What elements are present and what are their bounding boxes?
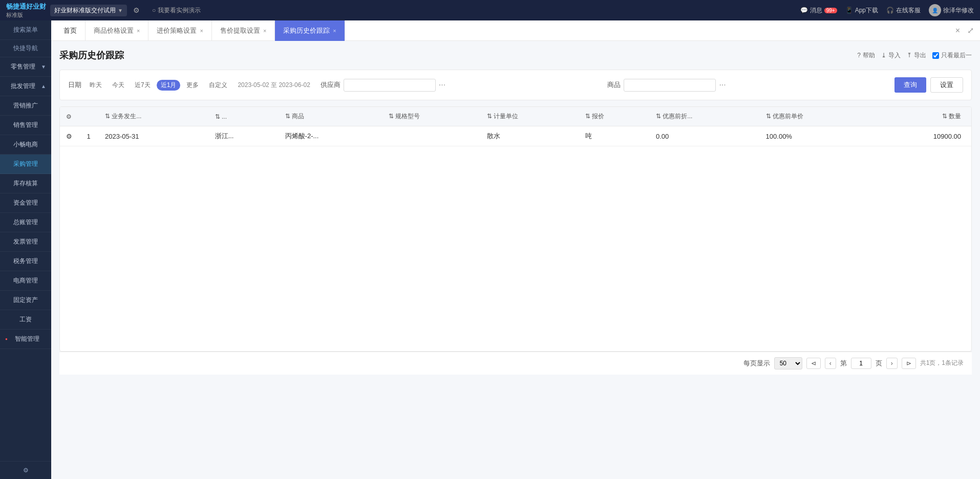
table-body: ⚙ 1 2023-05-31 浙江... 丙烯酸-2-... 散水 吨 0.00… <box>60 126 971 351</box>
online-service-action[interactable]: 🎧 在线客服 <box>886 6 921 15</box>
date-filter-group: 日期 昨天 今天 近7天 近1月 更多 自定义 2023-05-02 至 202… <box>68 80 310 91</box>
sidebar-item-finance[interactable]: 资金管理 <box>0 193 51 213</box>
date-more[interactable]: 更多 <box>182 80 203 91</box>
tab-price-close[interactable]: × <box>137 28 140 34</box>
sort-icon: ⇅ <box>766 113 771 120</box>
settings-btn[interactable]: 设置 <box>930 77 963 93</box>
online-service-label: 在线客服 <box>896 6 921 15</box>
user-profile[interactable]: 👤 徐泽华修改 <box>929 4 974 16</box>
tab-sale-price-close[interactable]: × <box>263 28 266 34</box>
prev-page-btn[interactable]: ‹ <box>825 358 836 369</box>
sidebar-item-inventory[interactable]: 库存核算 <box>0 174 51 193</box>
sidebar-item-ledger[interactable]: 总账管理 <box>0 213 51 232</box>
col-price[interactable]: ⇅ 报价 <box>579 107 650 126</box>
help-btn[interactable]: ? 帮助 <box>857 51 875 60</box>
product-selector[interactable]: 好业财标准版交付试用 ▼ <box>50 5 127 16</box>
only-last-toggle[interactable]: 只看最后一 <box>932 51 972 60</box>
chevron-icon: ▼ <box>41 64 46 70</box>
date-last1m[interactable]: 近1月 <box>157 80 181 91</box>
col-original-price[interactable]: ⇅ 优惠前单价 <box>760 107 872 126</box>
data-table: ⚙ ⇅ 业务发生... ⇅ ... ⇅ <box>60 107 971 351</box>
export-btn[interactable]: ⤒ 导出 <box>907 51 926 60</box>
sidebar-item-payroll[interactable]: 工资 <box>0 310 51 330</box>
sidebar-item-purchase[interactable]: 采购管理 <box>0 155 51 174</box>
export-label: 导出 <box>914 51 926 60</box>
col-gear[interactable]: ⚙ <box>60 107 78 126</box>
row-gear[interactable]: ⚙ <box>60 126 78 146</box>
sidebar-settings-btn[interactable]: ⚙ <box>0 461 51 479</box>
page-suffix: 页 <box>876 359 882 368</box>
sidebar-quick-nav[interactable]: 快捷导航 <box>0 40 51 57</box>
tab-home[interactable]: 首页 <box>55 20 86 41</box>
import-btn[interactable]: ⤓ 导入 <box>881 51 901 60</box>
date-options: 昨天 今天 近7天 近1月 更多 自定义 <box>86 80 231 91</box>
app-download-action[interactable]: 📱 App下载 <box>845 6 878 15</box>
selector-label: 好业财标准版交付试用 <box>54 6 116 15</box>
sidebar-item-marketing[interactable]: 营销推广 <box>0 96 51 116</box>
tab-purchase-strategy-close[interactable]: × <box>200 28 203 34</box>
chevron-down-icon: ▼ <box>118 8 123 13</box>
date-yesterday[interactable]: 昨天 <box>86 80 106 91</box>
col-unit[interactable]: ⇅ 计量单位 <box>481 107 579 126</box>
date-last7[interactable]: 近7天 <box>131 80 155 91</box>
demo-link[interactable]: 我要看实例演示 <box>152 6 201 15</box>
col-date[interactable]: ⇅ 业务发生... <box>99 107 209 126</box>
sort-icon: ⇅ <box>656 113 661 120</box>
only-last-label: 只看最后一 <box>941 51 972 60</box>
tab-price[interactable]: 商品价格设置 × <box>86 20 148 41</box>
sidebar-item-smart[interactable]: ● 智能管理 <box>0 330 51 349</box>
table-row: ⚙ 1 2023-05-31 浙江... 丙烯酸-2-... 散水 吨 0.00… <box>60 126 971 146</box>
content-area: 首页 商品价格设置 × 进价策略设置 × 售价提取设置 × 采购历史价跟踪 × … <box>51 20 980 479</box>
date-range-display: 2023-05-02 至 2023-06-02 <box>238 81 310 90</box>
next-page-btn[interactable]: › <box>886 358 898 369</box>
col-quantity[interactable]: ⇅ 数量 <box>872 107 971 126</box>
last-page-btn[interactable]: ⊳ <box>902 358 916 369</box>
col-extra[interactable]: ⇅ ... <box>209 107 279 126</box>
date-custom[interactable]: 自定义 <box>205 80 231 91</box>
headset-icon: 🎧 <box>886 7 894 14</box>
row-prediscount: 10900.00 <box>872 126 971 146</box>
sidebar-item-ecommerce-small[interactable]: 小畅电商 <box>0 135 51 155</box>
sidebar-item-fixed-assets[interactable]: 固定资产 <box>0 291 51 310</box>
filter-row: 日期 昨天 今天 近7天 近1月 更多 自定义 2023-05-02 至 202… <box>68 77 963 93</box>
product-input[interactable] <box>624 79 716 92</box>
sidebar-item-ecommerce[interactable]: 电商管理 <box>0 271 51 291</box>
sidebar-item-retail[interactable]: 零售管理 ▼ <box>0 57 51 77</box>
page-title: 采购历史价跟踪 <box>59 49 124 61</box>
filter-area: 日期 昨天 今天 近7天 近1月 更多 自定义 2023-05-02 至 202… <box>59 70 972 100</box>
row-discount: 0.00 <box>650 126 760 146</box>
query-btn[interactable]: 查询 <box>894 77 926 93</box>
message-label: 消息 <box>810 6 822 15</box>
date-today[interactable]: 今天 <box>108 80 129 91</box>
message-action[interactable]: 💬 消息 99+ <box>800 6 837 15</box>
col-product[interactable]: ⇅ 商品 <box>279 107 382 126</box>
sidebar-item-tax[interactable]: 税务管理 <box>0 252 51 271</box>
sidebar-item-sales[interactable]: 销售管理 <box>0 116 51 135</box>
first-page-btn[interactable]: ⊲ <box>806 358 821 369</box>
col-discount[interactable]: ⇅ 优惠前折... <box>650 107 760 126</box>
product-dots-btn[interactable]: ··· <box>719 80 726 90</box>
per-page-select[interactable]: 50 10 20 100 <box>774 357 802 369</box>
tab-history-price-close[interactable]: × <box>333 28 336 34</box>
sidebar-item-invoice[interactable]: 发票管理 <box>0 232 51 252</box>
product-filter-group: 商品 ··· <box>607 79 884 92</box>
tab-sale-price[interactable]: 售价提取设置 × <box>212 20 275 41</box>
sidebar-search[interactable]: 搜索菜单 <box>0 20 51 40</box>
col-spec[interactable]: ⇅ 规格型号 <box>382 107 481 126</box>
app-edition: 标准版 <box>6 11 46 19</box>
sidebar-item-wholesale[interactable]: 批发管理 ▲ <box>0 77 51 96</box>
filter-actions: 查询 设置 <box>894 77 963 93</box>
tab-history-price[interactable]: 采购历史价跟踪 × <box>275 20 345 41</box>
page-input[interactable] <box>851 358 871 369</box>
total-info: 共1页，1条记录 <box>920 359 964 367</box>
only-last-checkbox[interactable] <box>932 52 939 59</box>
supplier-input[interactable] <box>344 79 436 92</box>
tab-expand[interactable]: ⤢ <box>965 26 976 35</box>
table-header: ⚙ ⇅ 业务发生... ⇅ ... ⇅ <box>60 107 971 126</box>
supplier-dots-btn[interactable]: ··· <box>439 80 445 90</box>
tab-close-all[interactable]: × <box>953 26 962 35</box>
tab-purchase-strategy[interactable]: 进价策略设置 × <box>148 20 211 41</box>
settings-icon[interactable]: ⚙ <box>133 6 140 14</box>
sort-icon: ⇅ <box>105 113 110 120</box>
sort-icon: ⇅ <box>389 113 394 120</box>
